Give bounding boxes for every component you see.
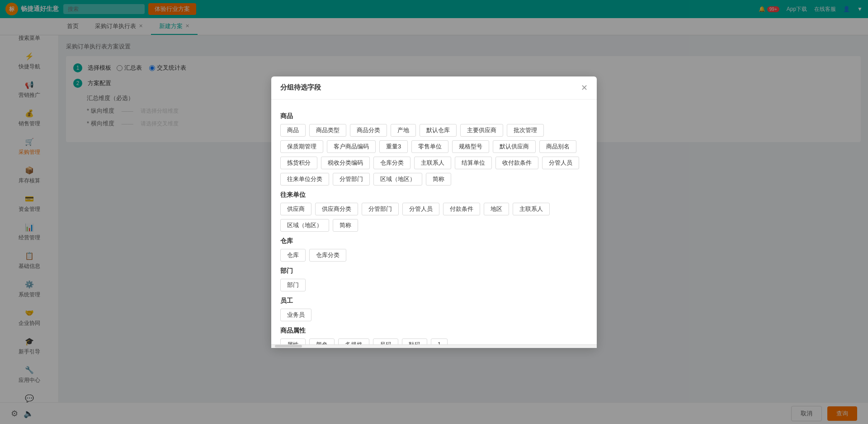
modal-overlay: 分组待选字段 ✕ 商品 商品 商品类型 商品分类 产地 默认仓库 主要供应商 批… bbox=[0, 0, 868, 424]
field-goods-0[interactable]: 商品 bbox=[280, 124, 306, 137]
field-goods-8[interactable]: 客户商品编码 bbox=[327, 140, 376, 153]
scroll-thumb bbox=[275, 345, 302, 348]
section-title-dept: 部门 bbox=[280, 267, 588, 275]
field-partner-8[interactable]: 简称 bbox=[333, 219, 358, 232]
field-goods-21[interactable]: 往来单位分类 bbox=[280, 173, 329, 186]
section-title-staff: 员工 bbox=[280, 297, 588, 305]
field-goods-3[interactable]: 产地 bbox=[391, 124, 416, 137]
field-grid-attr: 属性 颜色 多规格 尺码 鞋码 1 bbox=[280, 338, 588, 344]
field-attr-3[interactable]: 尺码 bbox=[373, 338, 398, 344]
field-grid-goods2: 保质期管理 客户商品编码 重量3 零售单位 规格型号 默认供应商 商品别名 bbox=[280, 140, 588, 153]
section-title-warehouse: 仓库 bbox=[280, 237, 588, 245]
field-goods-17[interactable]: 主联系人 bbox=[414, 157, 451, 169]
horizontal-scrollbar[interactable] bbox=[271, 344, 597, 348]
field-goods-16[interactable]: 仓库分类 bbox=[373, 157, 410, 169]
field-goods-15[interactable]: 税收分类编码 bbox=[321, 157, 370, 169]
field-goods-14[interactable]: 拣货积分 bbox=[280, 157, 317, 169]
modal-body[interactable]: 商品 商品 商品类型 商品分类 产地 默认仓库 主要供应商 批次管理 保质期管理… bbox=[271, 100, 597, 344]
field-goods-11[interactable]: 规格型号 bbox=[452, 140, 489, 153]
field-grid-partner: 供应商 供应商分类 分管部门 分管人员 付款条件 地区 主联系人 bbox=[280, 203, 588, 215]
field-goods-4[interactable]: 默认仓库 bbox=[420, 124, 457, 137]
field-warehouse-0[interactable]: 仓库 bbox=[280, 249, 306, 262]
field-partner-2[interactable]: 分管部门 bbox=[362, 203, 399, 215]
field-dept-0[interactable]: 部门 bbox=[280, 279, 306, 291]
field-partner-3[interactable]: 分管人员 bbox=[402, 203, 439, 215]
section-title-attr: 商品属性 bbox=[280, 327, 588, 335]
field-staff-0[interactable]: 业务员 bbox=[280, 309, 311, 321]
field-partner-7[interactable]: 区域（地区） bbox=[280, 219, 329, 232]
field-partner-0[interactable]: 供应商 bbox=[280, 203, 311, 215]
field-warehouse-1[interactable]: 仓库分类 bbox=[309, 249, 346, 262]
field-goods-18[interactable]: 结算单位 bbox=[455, 157, 492, 169]
field-goods-2[interactable]: 商品分类 bbox=[350, 124, 387, 137]
modal-header: 分组待选字段 ✕ bbox=[271, 76, 597, 100]
field-grid-dept: 部门 bbox=[280, 279, 588, 291]
field-selection-modal: 分组待选字段 ✕ 商品 商品 商品类型 商品分类 产地 默认仓库 主要供应商 批… bbox=[271, 76, 597, 348]
modal-close-button[interactable]: ✕ bbox=[581, 83, 588, 93]
field-goods-23[interactable]: 区域（地区） bbox=[373, 173, 422, 186]
field-grid-partner2: 区域（地区） 简称 bbox=[280, 219, 588, 232]
field-goods-13[interactable]: 商品别名 bbox=[539, 140, 576, 153]
section-title-goods: 商品 bbox=[280, 112, 588, 120]
field-goods-12[interactable]: 默认供应商 bbox=[493, 140, 536, 153]
field-goods-20[interactable]: 分管人员 bbox=[542, 157, 579, 169]
modal-title: 分组待选字段 bbox=[280, 83, 321, 92]
field-goods-19[interactable]: 收付款条件 bbox=[495, 157, 538, 169]
field-attr-4[interactable]: 鞋码 bbox=[402, 338, 427, 344]
field-grid-goods3: 拣货积分 税收分类编码 仓库分类 主联系人 结算单位 收付款条件 分管人员 bbox=[280, 157, 588, 169]
field-grid-goods: 商品 商品类型 商品分类 产地 默认仓库 主要供应商 批次管理 bbox=[280, 124, 588, 137]
field-goods-1[interactable]: 商品类型 bbox=[309, 124, 346, 137]
field-goods-5[interactable]: 主要供应商 bbox=[460, 124, 503, 137]
field-attr-0[interactable]: 属性 bbox=[280, 338, 306, 344]
field-partner-5[interactable]: 地区 bbox=[484, 203, 509, 215]
field-goods-6[interactable]: 批次管理 bbox=[507, 124, 544, 137]
field-grid-staff: 业务员 bbox=[280, 309, 588, 321]
field-partner-1[interactable]: 供应商分类 bbox=[315, 203, 358, 215]
field-goods-10[interactable]: 零售单位 bbox=[411, 140, 448, 153]
field-partner-6[interactable]: 主联系人 bbox=[513, 203, 550, 215]
field-goods-7[interactable]: 保质期管理 bbox=[280, 140, 323, 153]
field-attr-1[interactable]: 颜色 bbox=[309, 338, 335, 344]
field-grid-goods4: 往来单位分类 分管部门 区域（地区） 简称 bbox=[280, 173, 588, 186]
field-goods-22[interactable]: 分管部门 bbox=[333, 173, 370, 186]
field-attr-2[interactable]: 多规格 bbox=[338, 338, 369, 344]
field-grid-warehouse: 仓库 仓库分类 bbox=[280, 249, 588, 262]
field-goods-9[interactable]: 重量3 bbox=[379, 140, 408, 153]
field-partner-4[interactable]: 付款条件 bbox=[443, 203, 480, 215]
section-title-partner: 往来单位 bbox=[280, 191, 588, 199]
field-goods-24[interactable]: 简称 bbox=[426, 173, 451, 186]
field-attr-5[interactable]: 1 bbox=[431, 338, 448, 344]
